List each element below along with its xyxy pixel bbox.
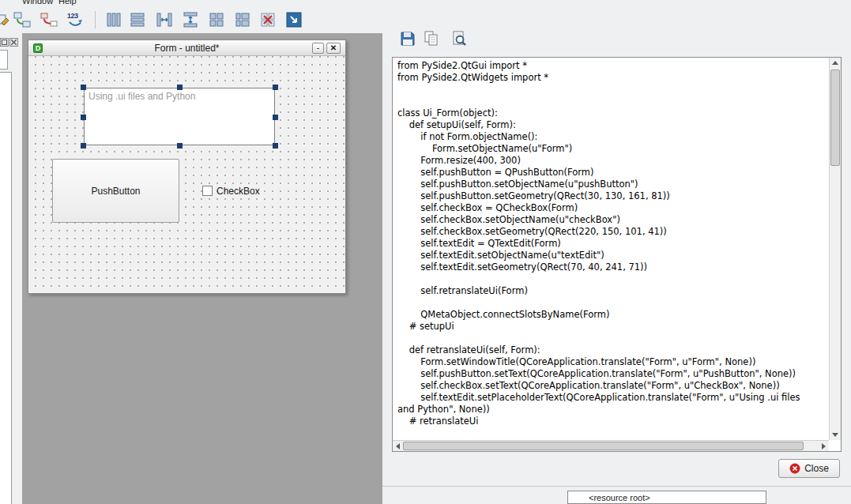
- tab-order-arrow-icon: [66, 11, 84, 28]
- edit-signals-slots-button[interactable]: [13, 9, 32, 30]
- dock-float-button[interactable]: [0, 38, 9, 47]
- code-vertical-scrollbar[interactable]: [829, 58, 841, 440]
- layout-vertical-button[interactable]: [128, 9, 147, 30]
- scroll-right-icon[interactable]: [819, 441, 829, 451]
- close-dialog-label: Close: [804, 463, 829, 474]
- resize-handle-nw[interactable]: [81, 85, 86, 90]
- break-layout-icon: [259, 11, 277, 28]
- menu-help[interactable]: Help: [58, 0, 77, 6]
- form-designer-window: D Form - untitled* - ✕ Using .ui files a…: [28, 39, 346, 294]
- toolbar-separator: [95, 11, 96, 28]
- checkbox-label: CheckBox: [217, 186, 260, 197]
- signals-slots-icon: [13, 11, 31, 28]
- save-icon: [399, 30, 416, 47]
- float-icon: [2, 39, 7, 45]
- resize-handle-se[interactable]: [273, 143, 278, 149]
- edit-widgets-button[interactable]: [0, 9, 11, 30]
- resize-handle-n[interactable]: [177, 85, 183, 90]
- edit-widgets-icon: [0, 11, 10, 28]
- layout-grid-button[interactable]: [207, 9, 226, 30]
- form-window-title: Form - untitled*: [28, 43, 345, 54]
- checkbox-indicator: [202, 186, 213, 196]
- layout-horizontal-button[interactable]: [104, 9, 123, 30]
- adjust-size-button[interactable]: [284, 9, 303, 30]
- code-view: from PySide2.QtGui import * from PySide2…: [392, 57, 842, 452]
- edit-tab-order-button[interactable]: 123: [66, 9, 85, 30]
- copy-code-button[interactable]: [422, 29, 441, 48]
- splitter-horizontal-button[interactable]: [155, 9, 174, 30]
- layout-form-button[interactable]: [233, 9, 252, 30]
- save-code-button[interactable]: [398, 29, 417, 48]
- splitter-vertical-icon: [182, 11, 199, 28]
- resize-handle-sw[interactable]: [81, 143, 86, 149]
- layout-vertical-icon: [129, 11, 146, 28]
- copy-icon: [423, 30, 440, 47]
- form-minimize-button[interactable]: -: [312, 43, 324, 54]
- resize-handle-w[interactable]: [81, 115, 86, 120]
- adjust-size-icon: [285, 11, 303, 28]
- menu-window[interactable]: Window: [22, 0, 53, 6]
- view-code-dialog: from PySide2.QtGui import * from PySide2…: [382, 0, 851, 504]
- layout-grid-icon: [208, 11, 225, 28]
- resize-handle-ne[interactable]: [273, 85, 278, 90]
- vertical-scroll-thumb[interactable]: [830, 70, 840, 166]
- widget-box-list[interactable]: [0, 72, 12, 504]
- break-layout-button[interactable]: [258, 9, 277, 30]
- horizontal-scroll-thumb[interactable]: [403, 442, 804, 450]
- tab-order-icon: 123: [66, 11, 84, 28]
- scroll-up-icon[interactable]: [830, 58, 841, 68]
- form-canvas[interactable]: Using .ui files and Python PushButton Ch…: [28, 56, 345, 293]
- form-window-titlebar[interactable]: D Form - untitled* - ✕: [28, 40, 345, 56]
- edit-buddies-button[interactable]: [40, 9, 58, 30]
- find-in-code-button[interactable]: [450, 29, 469, 48]
- splitter-vertical-button[interactable]: [181, 9, 200, 30]
- scroll-down-icon[interactable]: [830, 430, 841, 440]
- resource-browser-root[interactable]: <resource root>: [567, 491, 766, 504]
- layout-form-icon: [234, 11, 251, 28]
- close-dialog-button[interactable]: Close: [778, 459, 840, 478]
- close-icon: [11, 39, 17, 45]
- layout-horizontal-icon: [105, 11, 122, 28]
- pushbutton-widget[interactable]: PushButton: [52, 159, 179, 223]
- splitter-horizontal-icon: [156, 11, 173, 28]
- edit-buddies-icon: [40, 11, 58, 28]
- close-red-icon: [789, 463, 800, 474]
- scroll-left-icon[interactable]: [393, 441, 403, 451]
- dock-close-button[interactable]: [9, 38, 18, 47]
- resource-root-label: <resource root>: [589, 493, 650, 502]
- textedit-widget[interactable]: Using .ui files and Python: [84, 88, 275, 145]
- dialog-bottom-edge: [382, 486, 851, 487]
- resize-handle-e[interactable]: [273, 115, 278, 120]
- code-horizontal-scrollbar[interactable]: [393, 440, 829, 451]
- checkbox-widget[interactable]: CheckBox: [202, 175, 282, 207]
- left-dock-strip: [0, 33, 22, 504]
- resize-handle-s[interactable]: [177, 143, 183, 149]
- form-close-button[interactable]: ✕: [326, 43, 341, 54]
- widget-box-filter[interactable]: [0, 50, 8, 70]
- pushbutton-label: PushButton: [91, 186, 140, 197]
- generated-code-text[interactable]: from PySide2.QtGui import * from PySide2…: [393, 58, 829, 440]
- find-icon: [450, 30, 468, 47]
- textedit-placeholder: Using .ui files and Python: [85, 88, 274, 104]
